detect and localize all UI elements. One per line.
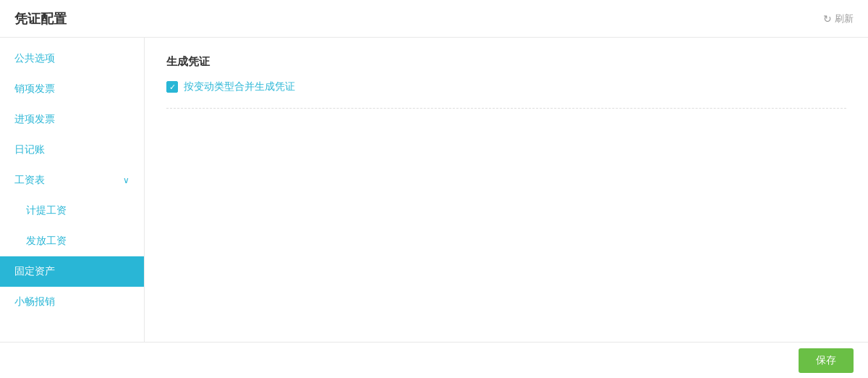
- content-area: 生成凭证 按变动类型合并生成凭证: [145, 38, 868, 342]
- main-layout: 公共选项销项发票进项发票日记账工资表∨计提工资发放工资固定资产小畅报销 生成凭证…: [0, 38, 868, 342]
- sidebar-item-pay-payroll[interactable]: 发放工资: [0, 226, 144, 256]
- sidebar-item-calculate-payroll[interactable]: 计提工资: [0, 196, 144, 226]
- merge-voucher-row: 按变动类型合并生成凭证: [166, 80, 846, 93]
- sidebar-item-label: 销项发票: [14, 83, 55, 96]
- sidebar-item-label: 进项发票: [14, 113, 55, 126]
- sidebar-item-label: 日记账: [14, 143, 45, 156]
- merge-voucher-label: 按变动类型合并生成凭证: [184, 80, 295, 93]
- section-title: 生成凭证: [166, 55, 846, 69]
- save-button[interactable]: 保存: [799, 348, 854, 373]
- sidebar-item-label: 固定资产: [14, 265, 55, 278]
- refresh-label: 刷新: [835, 12, 854, 25]
- sidebar-item-sales-invoice[interactable]: 销项发票: [0, 74, 144, 104]
- sidebar-item-public-options[interactable]: 公共选项: [0, 43, 144, 74]
- sidebar-item-purchase-invoice[interactable]: 进项发票: [0, 104, 144, 135]
- page-title: 凭证配置: [14, 10, 67, 28]
- sidebar-item-label: 计提工资: [26, 204, 67, 217]
- page-header: 凭证配置 ↻ 刷新: [0, 0, 868, 38]
- sidebar-item-label: 发放工资: [26, 235, 67, 248]
- refresh-icon: ↻: [823, 13, 832, 25]
- chevron-down-icon: ∨: [123, 175, 129, 185]
- merge-voucher-checkbox[interactable]: [166, 81, 178, 93]
- sidebar-item-payroll[interactable]: 工资表∨: [0, 165, 144, 196]
- sidebar-item-journal[interactable]: 日记账: [0, 135, 144, 165]
- sidebar: 公共选项销项发票进项发票日记账工资表∨计提工资发放工资固定资产小畅报销: [0, 38, 145, 342]
- sidebar-item-label: 工资表: [14, 174, 45, 187]
- sidebar-item-fixed-assets[interactable]: 固定资产: [0, 256, 144, 287]
- section-divider: [166, 108, 846, 109]
- sidebar-item-petty-expense[interactable]: 小畅报销: [0, 287, 144, 317]
- refresh-button[interactable]: ↻ 刷新: [823, 12, 854, 25]
- sidebar-item-label: 小畅报销: [14, 295, 55, 308]
- sidebar-item-label: 公共选项: [14, 52, 55, 65]
- page-footer: 保存: [0, 342, 868, 378]
